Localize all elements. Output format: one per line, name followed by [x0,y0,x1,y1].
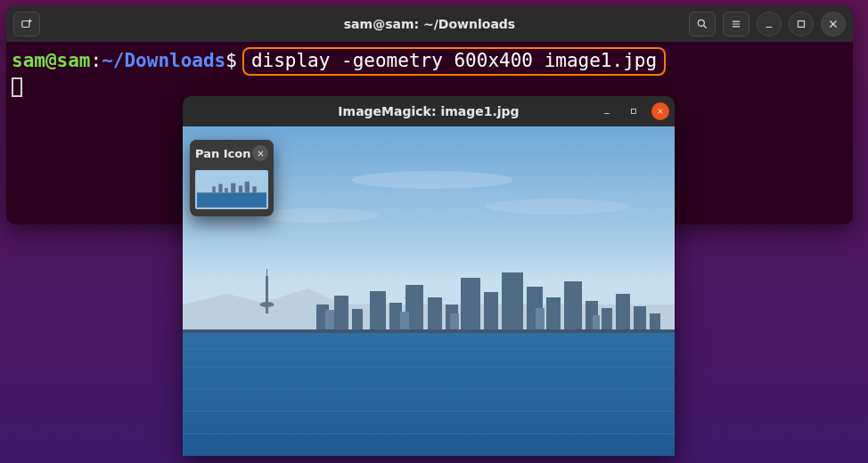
close-icon [257,150,265,158]
prompt-line: sam@sam : ~/Downloads $ display -geometr… [12,47,848,76]
pan-thumbnail-image [197,172,266,207]
terminal-close-button[interactable] [821,12,846,37]
svg-rect-63 [245,182,250,193]
minimize-icon [763,18,775,30]
svg-rect-38 [602,308,612,331]
prompt-path: ~/Downloads [102,49,225,72]
svg-rect-26 [370,291,386,331]
prompt-sep: : [91,49,102,72]
close-icon [656,107,665,116]
svg-rect-24 [334,296,348,331]
svg-rect-42 [325,310,334,331]
svg-rect-45 [536,308,545,331]
svg-rect-60 [225,188,227,192]
svg-rect-39 [616,294,630,331]
svg-rect-46 [593,315,600,331]
prompt-symbol: $ [225,49,237,72]
svg-rect-29 [428,297,442,331]
command-highlight: display -geometry 600x400 image1.jpg [242,47,666,76]
image-maximize-button[interactable] [625,102,643,120]
pan-icon-title: Pan Icon [195,147,250,160]
svg-rect-62 [239,185,242,192]
terminal-cursor [12,77,22,97]
pan-thumbnail[interactable] [195,170,268,209]
svg-rect-48 [183,333,675,456]
search-button[interactable] [689,12,716,37]
svg-point-17 [352,171,512,189]
pan-icon-header[interactable]: Pan Icon [190,140,274,167]
svg-rect-27 [389,303,402,331]
prompt-user: sam@sam [12,49,91,72]
svg-rect-41 [650,313,660,331]
svg-rect-13 [632,110,636,114]
svg-rect-44 [450,313,459,331]
svg-rect-40 [634,306,646,331]
svg-rect-9 [798,21,805,28]
terminal-titlebar[interactable]: sam@sam: ~/Downloads [6,6,853,42]
svg-rect-0 [22,21,29,28]
svg-rect-33 [502,272,523,331]
maximize-icon [629,107,638,116]
new-tab-button[interactable] [13,12,40,37]
new-tab-icon [20,18,33,30]
image-minimize-button[interactable] [598,102,616,120]
svg-rect-31 [461,278,480,331]
svg-rect-43 [400,312,409,331]
hamburger-icon [730,18,742,30]
svg-rect-58 [212,186,215,192]
svg-point-21 [260,302,274,307]
close-icon [827,18,839,30]
search-icon [696,18,708,30]
svg-rect-32 [484,292,498,331]
svg-line-4 [704,26,707,28]
svg-rect-61 [231,183,235,193]
minimize-icon [602,107,611,116]
image-close-button[interactable] [651,102,669,120]
svg-rect-20 [266,276,268,313]
svg-rect-36 [564,281,582,331]
svg-rect-35 [546,297,561,331]
svg-rect-59 [218,184,222,193]
svg-point-19 [486,199,628,215]
terminal-maximize-button[interactable] [789,12,814,37]
terminal-minimize-button[interactable] [757,12,782,37]
menu-button[interactable] [723,12,749,37]
svg-point-3 [698,20,704,26]
pan-icon-panel[interactable]: Pan Icon [190,140,274,216]
maximize-icon [795,18,807,30]
svg-rect-64 [252,186,256,192]
pan-close-button[interactable] [252,145,268,161]
image-viewer-titlebar[interactable]: ImageMagick: image1.jpg [183,96,675,126]
svg-rect-25 [352,309,363,331]
svg-rect-57 [197,193,266,207]
